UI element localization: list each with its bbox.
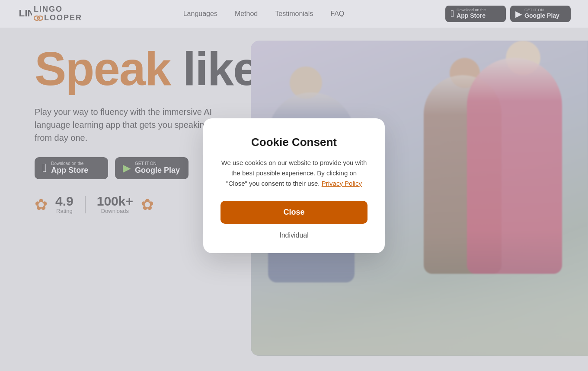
modal-individual-button[interactable]: Individual (220, 231, 368, 239)
privacy-policy-link[interactable]: Privacy Policy (322, 180, 362, 187)
cookie-modal: Cookie Consent We use cookies on our web… (203, 118, 385, 253)
modal-title: Cookie Consent (220, 136, 368, 149)
modal-close-button[interactable]: Close (220, 201, 368, 224)
modal-body: We use cookies on our website to provide… (220, 158, 368, 189)
cookie-overlay: Cookie Consent We use cookies on our web… (0, 0, 588, 371)
